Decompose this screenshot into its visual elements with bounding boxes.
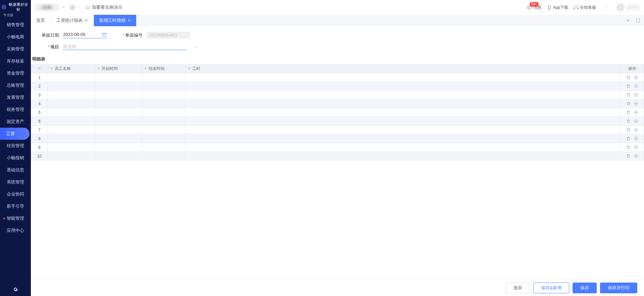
- cell[interactable]: [142, 126, 185, 134]
- sidebar-item[interactable]: 系统管理: [0, 176, 31, 188]
- header-settings[interactable]: [31, 65, 48, 73]
- tab-close-icon[interactable]: ✕: [85, 18, 88, 23]
- sidebar-item[interactable]: 总账管理: [0, 79, 31, 91]
- add-row-icon[interactable]: [634, 101, 638, 106]
- cell[interactable]: [142, 134, 185, 143]
- tab[interactable]: 新增工时填报✕: [94, 15, 136, 26]
- sidebar-item[interactable]: 应用中心: [0, 224, 31, 237]
- cell[interactable]: [95, 108, 142, 117]
- header-start[interactable]: 开始时间: [95, 65, 142, 73]
- tab-close-icon[interactable]: ✕: [127, 18, 131, 23]
- cell[interactable]: [185, 152, 621, 161]
- cell[interactable]: [95, 91, 142, 99]
- cell[interactable]: [185, 91, 621, 99]
- org-selector[interactable]: （隐藏）: [35, 4, 66, 11]
- sidebar-item[interactable]: 资金管理: [0, 67, 31, 79]
- add-row-icon[interactable]: [634, 84, 638, 88]
- delete-icon[interactable]: [626, 119, 631, 123]
- add-row-icon[interactable]: [634, 145, 638, 150]
- add-row-icon[interactable]: [634, 128, 638, 132]
- sidebar-settings[interactable]: [0, 283, 31, 296]
- cell[interactable]: [142, 108, 185, 117]
- table-row[interactable]: 10: [31, 152, 644, 161]
- add-row-icon[interactable]: [634, 154, 638, 158]
- project-more-button[interactable]: ···: [194, 45, 199, 50]
- table-row[interactable]: 6: [31, 117, 644, 126]
- table-row[interactable]: 9: [31, 143, 644, 152]
- sidebar-item[interactable]: 固定资产: [0, 116, 31, 128]
- table-row[interactable]: 3: [31, 91, 644, 99]
- project-input[interactable]: [63, 44, 187, 49]
- user-avatar[interactable]: [616, 3, 640, 11]
- topbar-settings-icon[interactable]: [70, 5, 75, 10]
- cell[interactable]: [142, 143, 185, 152]
- save-print-button[interactable]: 保存并打印: [600, 283, 637, 293]
- delete-icon[interactable]: [626, 154, 631, 158]
- tab-close-all[interactable]: [625, 17, 631, 24]
- cell[interactable]: [48, 126, 95, 134]
- table-row[interactable]: 5: [31, 108, 644, 117]
- fullscreen-button[interactable]: [635, 17, 641, 24]
- cell[interactable]: [185, 143, 621, 152]
- add-row-icon[interactable]: [634, 136, 638, 141]
- cell[interactable]: [142, 99, 185, 108]
- cell[interactable]: [142, 91, 185, 99]
- cell[interactable]: [185, 99, 621, 108]
- cell[interactable]: [185, 73, 621, 82]
- delete-icon[interactable]: [626, 110, 631, 115]
- cell[interactable]: [95, 126, 142, 134]
- date-field[interactable]: [63, 32, 107, 38]
- table-row[interactable]: 1: [31, 73, 644, 82]
- add-row-icon[interactable]: [634, 75, 638, 80]
- sidebar-item[interactable]: 小畅报销: [0, 152, 31, 164]
- cell[interactable]: [95, 134, 142, 143]
- cell[interactable]: [95, 99, 142, 108]
- cell[interactable]: [185, 108, 621, 117]
- add-row-icon[interactable]: [634, 93, 638, 97]
- cell[interactable]: [95, 117, 142, 126]
- table-row[interactable]: 4: [31, 99, 644, 108]
- sidebar-item[interactable]: 新手引导: [0, 200, 31, 212]
- delete-icon[interactable]: [626, 145, 631, 150]
- delete-icon[interactable]: [626, 75, 631, 80]
- sidebar-item[interactable]: 经营管理: [0, 140, 31, 152]
- cell[interactable]: [185, 126, 621, 134]
- cell[interactable]: [95, 82, 142, 91]
- cell[interactable]: [142, 82, 185, 91]
- header-hours[interactable]: 工时: [185, 65, 621, 73]
- cell[interactable]: [95, 73, 142, 82]
- cell[interactable]: [95, 143, 142, 152]
- header-employee[interactable]: 员工名称: [48, 65, 95, 73]
- discard-button[interactable]: 放弃: [506, 283, 530, 293]
- cell[interactable]: [142, 117, 185, 126]
- sidebar-item[interactable]: 采购管理: [0, 43, 31, 55]
- cell[interactable]: [48, 143, 95, 152]
- cell[interactable]: [185, 117, 621, 126]
- cell[interactable]: [95, 152, 142, 161]
- table-row[interactable]: 7: [31, 126, 644, 134]
- cell[interactable]: [185, 134, 621, 143]
- cell[interactable]: [142, 73, 185, 82]
- message-button[interactable]: 99+ 消息: [527, 5, 541, 10]
- sidebar-item[interactable]: 工资: [0, 128, 30, 140]
- sidebar-item[interactable]: 企业协同: [0, 188, 31, 200]
- save-new-button[interactable]: 保存&新增: [533, 283, 569, 293]
- tab[interactable]: 首页: [31, 15, 50, 26]
- sidebar-item[interactable]: 库存核算: [0, 55, 31, 67]
- service-button[interactable]: 在线客服: [574, 5, 596, 10]
- cell[interactable]: [48, 91, 95, 99]
- save-button[interactable]: 保存: [573, 283, 597, 293]
- tab[interactable]: 工资统计报表✕: [51, 15, 93, 26]
- cell[interactable]: [185, 82, 621, 91]
- delete-icon[interactable]: [626, 128, 631, 132]
- cell[interactable]: [48, 134, 95, 143]
- cell[interactable]: [48, 152, 95, 161]
- add-row-icon[interactable]: [634, 119, 638, 123]
- sidebar-item[interactable]: 智能管理: [0, 212, 31, 224]
- cell[interactable]: [48, 82, 95, 91]
- delete-icon[interactable]: [626, 136, 631, 141]
- delete-icon[interactable]: [626, 93, 631, 97]
- header-end[interactable]: 结束时间: [142, 65, 185, 73]
- sidebar-item[interactable]: 基础信息: [0, 164, 31, 176]
- download-button[interactable]: App下载: [547, 5, 568, 10]
